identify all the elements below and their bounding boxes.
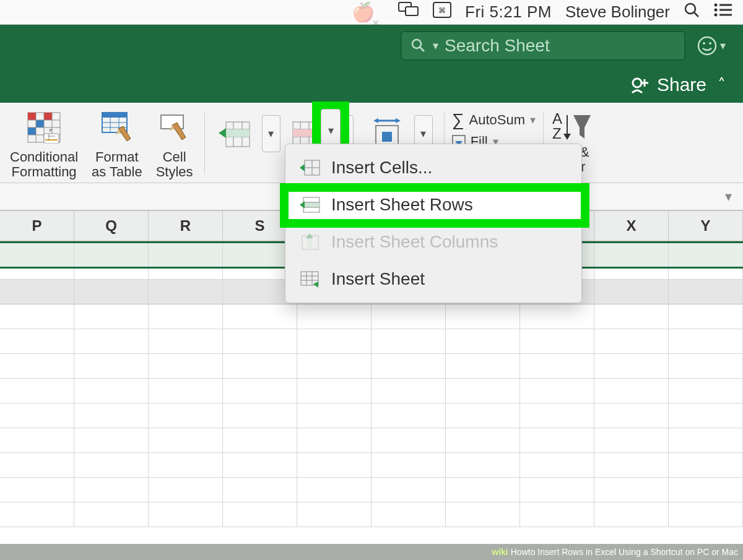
table-row[interactable] (0, 329, 743, 354)
svg-rect-61 (382, 132, 392, 142)
svg-marker-85 (313, 282, 318, 288)
chevron-down-icon (720, 39, 726, 53)
svg-marker-67 (563, 134, 571, 140)
column-header[interactable]: X (594, 211, 669, 241)
expand-formula-bar-icon[interactable]: ▾ (725, 189, 732, 205)
collapse-ribbon-chevron-icon[interactable]: ˄ (718, 75, 726, 95)
format-as-table-button[interactable]: Format as Table (85, 106, 149, 180)
column-header[interactable]: Y (669, 211, 743, 241)
table-row[interactable] (0, 428, 743, 453)
table-row[interactable] (0, 453, 743, 478)
svg-point-14 (698, 37, 716, 54)
menubar-clock[interactable]: Fri 5:21 PM (465, 2, 552, 22)
chevron-down-icon: ▾ (433, 39, 438, 53)
table-row[interactable] (0, 502, 743, 527)
svg-point-17 (633, 79, 641, 87)
menu-label: Insert Sheet (331, 269, 425, 289)
svg-rect-31 (44, 134, 59, 144)
menu-label: Insert Sheet Columns (331, 232, 498, 252)
svg-line-13 (420, 47, 424, 51)
mac-menubar: 🍎✕ ⌘ Fri 5:21 PM Steve Bolinger (0, 0, 743, 25)
excel-ribbonbar: Share ˄ (0, 67, 743, 103)
watermark-brand-how: How (511, 547, 528, 557)
svg-rect-24 (28, 127, 36, 135)
menu-insert-sheet[interactable]: Insert Sheet (285, 261, 581, 298)
search-sheet-input[interactable]: ▾ Search Sheet (401, 31, 685, 61)
watermark-brand: wiki (492, 547, 508, 557)
svg-text:Z: Z (552, 125, 562, 142)
table-row[interactable] (0, 403, 743, 428)
displays-icon[interactable] (398, 2, 419, 22)
menu-label: Insert Cells... (331, 158, 432, 178)
apple-logo-icon: 🍎✕ (352, 1, 382, 23)
autosum-label: AutoSum (469, 112, 526, 128)
spotlight-search-icon[interactable] (684, 2, 700, 22)
menu-insert-sheet-rows[interactable]: Insert Sheet Rows (285, 186, 581, 223)
watermark-title: to Insert Rows in Excel Using a Shortcut… (528, 547, 738, 557)
chevron-down-icon: ▾ (341, 127, 347, 140)
svg-marker-49 (219, 128, 226, 138)
menu-insert-sheet-columns: Insert Sheet Columns (285, 223, 581, 261)
svg-rect-55 (293, 129, 316, 137)
menu-label: Insert Sheet Rows (331, 195, 473, 215)
svg-marker-76 (300, 201, 305, 209)
insert-sheet-icon (299, 270, 321, 288)
svg-rect-48 (226, 129, 250, 137)
svg-point-4 (685, 4, 695, 14)
insert-cells-icon (299, 158, 321, 177)
autosum-button[interactable]: ∑ AutoSum (452, 110, 536, 130)
svg-text:A: A (552, 110, 562, 127)
svg-text:⌘: ⌘ (438, 6, 446, 15)
svg-marker-59 (396, 118, 401, 123)
insert-rows-icon (299, 196, 321, 214)
svg-point-12 (412, 40, 421, 48)
insert-dropdown-menu: Insert Cells... Insert Sheet Rows Insert… (285, 144, 582, 303)
column-header[interactable]: P (0, 211, 74, 241)
share-label: Share (657, 74, 706, 95)
svg-point-6 (715, 4, 718, 7)
table-row[interactable] (0, 354, 743, 379)
svg-marker-71 (300, 164, 305, 171)
menubar-user[interactable]: Steve Bolinger (565, 2, 670, 22)
conditional-formatting-button[interactable]: ≠ Conditional Formatting (4, 106, 84, 180)
cell-styles-label: Cell Styles (156, 150, 193, 179)
svg-point-16 (709, 42, 711, 45)
column-header[interactable]: R (149, 211, 223, 241)
insert-dropdown-button[interactable]: ▾ (262, 115, 280, 152)
cell-styles-button[interactable]: Cell Styles (150, 106, 199, 180)
chevron-down-icon (530, 113, 536, 127)
column-header[interactable]: Q (74, 211, 149, 241)
svg-text:✕: ✕ (320, 123, 325, 139)
excel-titlebar: ▾ Search Sheet (0, 25, 743, 67)
svg-text:≠: ≠ (49, 127, 53, 134)
svg-point-15 (703, 42, 705, 45)
insert-columns-icon (299, 233, 321, 251)
svg-line-5 (694, 12, 698, 17)
svg-point-10 (715, 14, 718, 17)
svg-point-8 (715, 9, 718, 12)
svg-rect-22 (44, 113, 52, 120)
share-button[interactable]: Share (630, 74, 706, 95)
chevron-down-icon: ▾ (268, 127, 274, 140)
search-placeholder: Search Sheet (445, 36, 550, 56)
svg-rect-23 (36, 120, 44, 127)
chevron-down-icon: ▾ (420, 127, 426, 140)
table-row[interactable] (0, 304, 743, 329)
menu-insert-cells[interactable]: Insert Cells... (285, 149, 581, 186)
notification-center-icon[interactable] (713, 2, 732, 22)
keyboard-layout-icon[interactable]: ⌘ (433, 2, 451, 22)
svg-rect-1 (406, 7, 418, 15)
svg-marker-58 (373, 118, 378, 123)
svg-rect-21 (28, 113, 36, 120)
feedback-smile-button[interactable] (697, 35, 726, 56)
table-row[interactable] (0, 478, 743, 502)
svg-rect-73 (303, 202, 319, 207)
watermark-bar: wiki How to Insert Rows in Excel Using a… (0, 544, 743, 560)
sigma-icon: ∑ (452, 110, 464, 130)
conditional-formatting-label: Conditional Formatting (10, 150, 78, 179)
svg-rect-37 (102, 113, 127, 118)
format-as-table-label: Format as Table (92, 150, 142, 179)
table-row[interactable] (0, 379, 743, 403)
insert-cells-button[interactable] (216, 115, 253, 152)
